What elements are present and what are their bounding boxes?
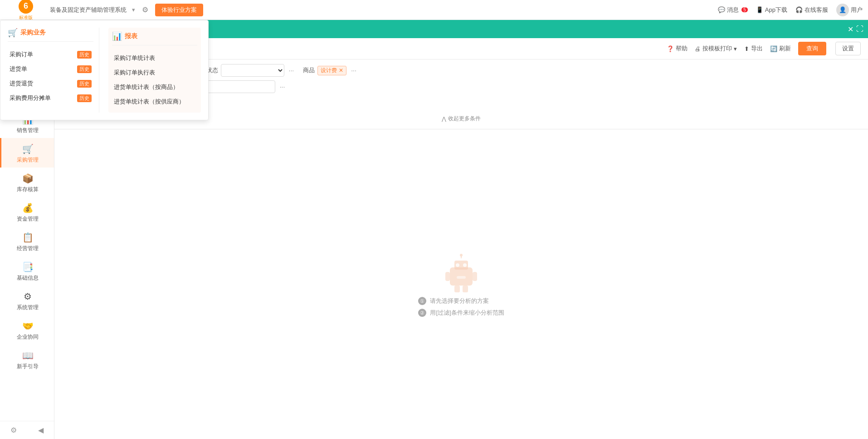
svg-point-2 [456,263,459,267]
sidebar-label-inventory: 库存核算 [17,186,39,193]
svg-rect-5 [445,272,450,281]
system-title: 装备及固定资产辅助管理系统 [50,6,127,14]
dropdown-right-label-stock-in-stat-supplier: 进货单统计表（按供应商） [114,98,185,106]
dropdown-left-title-label: 采购业务 [20,29,46,37]
dropdown-right-label-stock-in-stat-goods: 进货单统计表（按商品） [114,83,179,91]
filter-goods-ellipsis[interactable]: ··· [349,67,358,74]
export-label: 导出 [751,44,763,53]
dropdown-right-item-purchase-order-exec[interactable]: 采购订单执行表 [112,65,198,80]
empty-state: ① 请先选择要分析的方案 ② 用[过滤]条件来缩小分析范围 [54,129,868,439]
sidebar-item-purchase[interactable]: 🛒采购管理 [0,138,54,168]
sidebar-label-operations: 经营管理 [17,245,39,252]
dropdown-right-item-stock-in-stat-supplier[interactable]: 进货单统计表（按供应商） [112,94,198,109]
title-dropdown-icon[interactable]: ▾ [132,6,135,13]
messages-label: 消息 [727,6,739,14]
sidebar-item-system[interactable]: ⚙系统管理 [0,286,54,315]
sidebar-item-finance[interactable]: 💰资金管理 [0,197,54,227]
print-button[interactable]: 🖨 按模板打印 ▾ [695,44,737,53]
dropdown-left-item-stock-in[interactable]: 进货单历史 [8,62,93,76]
sidebar-item-guide[interactable]: 📖新手引导 [0,345,54,374]
sidebar-item-enterprise[interactable]: 🤝企业协同 [0,315,54,345]
dropdown-right-item-purchase-order-stat[interactable]: 采购订单统计表 [112,51,198,65]
help-button[interactable]: ❓ 帮助 [667,44,688,53]
dropdown-items-left: 采购订单历史进货单历史进货退货历史采购费用分摊单历史 [8,47,93,105]
dropdown-left-item-purchase-expense[interactable]: 采购费用分摊单历史 [8,91,93,105]
history-badge-stock-return[interactable]: 历史 [77,80,92,88]
sidebar-item-basic-info[interactable]: 📑基础信息 [0,256,54,286]
history-badge-purchase-order[interactable]: 历史 [77,51,92,59]
online-service-label: 在线客服 [805,6,828,14]
dropdown-right-item-stock-in-stat-goods[interactable]: 进货单统计表（按商品） [112,80,198,94]
help-icon: ❓ [667,45,674,52]
sidebar-item-inventory[interactable]: 📦库存核算 [0,168,54,197]
filter-goods-tag-value: 设计费 [321,67,337,74]
sidebar-item-operations[interactable]: 📋经营管理 [0,227,54,256]
dropdown-divider [99,28,99,113]
export-icon: ⬆ [744,45,749,52]
svg-point-10 [460,254,463,256]
sidebar-label-system: 系统管理 [17,304,39,311]
dropdown-right-title: 📊 报表 [112,31,198,45]
logo-area: 6 标准版 [5,0,46,21]
export-button[interactable]: ⬆ 导出 [744,44,763,53]
phone-icon: 📱 [756,6,763,13]
hint-num-1: ① [418,297,426,305]
sidebar-label-purchase: 采购管理 [17,156,39,164]
messages-button[interactable]: 💬 消息 5 [718,6,748,14]
svg-rect-6 [473,272,477,281]
empty-robot-icon [439,252,484,297]
sidebar-label-finance: 资金管理 [17,215,39,223]
topbar-right: 💬 消息 5 📱 App下载 🎧 在线客服 👤 用户 [718,4,863,16]
sidebar-label-enterprise: 企业协同 [17,333,39,341]
sidebar-settings-button[interactable]: ⚙ [10,426,17,434]
enterprise-icon: 🤝 [22,321,34,331]
sidebar-collapse-button[interactable]: ◀ [38,426,44,434]
print-dropdown-icon[interactable]: ▾ [734,45,737,52]
dropdown-left-label-stock-in: 进货单 [10,65,27,73]
app-download-label: App下载 [765,6,787,14]
tab-close-window-button[interactable]: ✕ [848,25,853,34]
tab-maximize-button[interactable]: ⛶ [856,25,863,33]
collapse-up-icon: ⋀ [442,116,446,122]
svg-rect-8 [463,286,468,292]
filter-status-select[interactable] [221,64,284,77]
sidebar-label-sales: 销售管理 [17,127,39,134]
dropdown-right-label-purchase-order-stat: 采购订单统计表 [114,54,155,62]
svg-rect-4 [457,276,466,279]
trial-button[interactable]: 体验行业方案 [155,4,203,16]
filter-salesperson-ellipsis[interactable]: ··· [278,83,287,90]
tab-bar-right: ✕ ⛶ [848,25,868,34]
hint-text-2: 用[过滤]条件来缩小分析范围 [430,309,504,317]
inventory-icon: 📦 [22,173,34,184]
message-icon: 💬 [718,6,725,13]
purchase-icon: 🛒 [8,28,18,38]
filter-goods-tag: 设计费 ✕ [317,66,346,75]
sidebar-label-guide: 新手引导 [17,363,39,370]
history-badge-purchase-expense[interactable]: 历史 [77,94,92,102]
filter-status-ellipsis[interactable]: ··· [287,67,296,74]
dropdown-left-item-stock-return[interactable]: 进货退货历史 [8,76,93,91]
purchase-dropdown-menu: 🛒 采购业务 采购订单历史进货单历史进货退货历史采购费用分摊单历史 📊 报表 采… [0,20,209,120]
system-icon: ⚙ [24,291,32,302]
settings-button[interactable]: 设置 [835,42,861,55]
online-service-button[interactable]: 🎧 在线客服 [795,6,828,14]
messages-badge: 5 [741,7,748,12]
finance-icon: 💰 [22,202,34,213]
query-button[interactable]: 查询 [798,42,826,55]
dropdown-right-label-purchase-order-exec: 采购订单执行表 [114,69,155,77]
dropdown-left-item-purchase-order[interactable]: 采购订单历史 [8,47,93,62]
dropdown-left-label-stock-return: 进货退货 [10,79,33,88]
refresh-button[interactable]: 🔄 刷新 [770,44,791,53]
history-badge-stock-in[interactable]: 历史 [77,65,92,73]
collapse-label: 收起更多条件 [448,115,481,123]
filter-goods-tag-close[interactable]: ✕ [339,67,343,74]
print-label: 按模板打印 [702,44,732,53]
app-download-button[interactable]: 📱 App下载 [756,6,787,14]
hint-num-2: ② [418,309,426,317]
avatar: 👤 [836,4,849,16]
topbar: 6 标准版 装备及固定资产辅助管理系统 ▾ ⚙ 体验行业方案 💬 消息 5 📱 … [0,0,868,20]
svg-rect-7 [454,286,460,292]
user-button[interactable]: 👤 用户 [836,4,863,16]
report-icon: 📊 [112,31,122,41]
topbar-settings-button[interactable]: ⚙ [139,4,151,16]
